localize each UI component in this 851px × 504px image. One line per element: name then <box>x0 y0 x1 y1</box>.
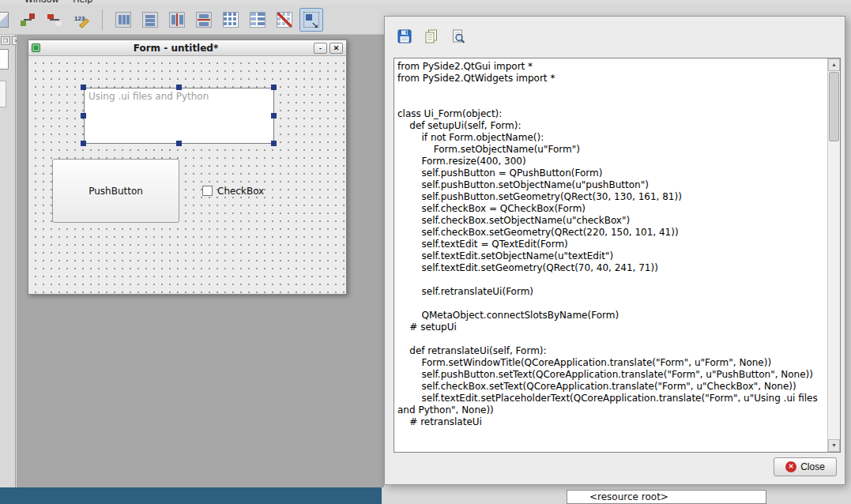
selection-handle-sw[interactable] <box>81 141 86 146</box>
layout-split-vertical-icon <box>196 12 212 28</box>
dock-float-button[interactable]: ❐ <box>1 36 10 45</box>
save-button[interactable] <box>394 26 415 47</box>
layout-horizontal-icon <box>115 12 131 28</box>
scroll-down-icon[interactable]: ▼ <box>828 439 840 452</box>
layout-grid-icon <box>223 12 239 28</box>
pushbutton-widget[interactable]: PushButton <box>52 159 179 223</box>
widget-filter-input[interactable] <box>0 49 9 70</box>
checkbox-label: CheckBox <box>217 186 264 197</box>
mdi-area: Form - untitled* - ✕ Using .ui files and… <box>17 35 384 487</box>
selection-handle-ne[interactable] <box>271 85 277 90</box>
textedit-placeholder: Using .ui files and Python <box>88 91 209 102</box>
copy-icon <box>424 28 439 44</box>
form-canvas: Using .ui files and Python PushButton Ch… <box>28 56 346 294</box>
layout-grid-button[interactable] <box>219 8 243 32</box>
form-window-titlebar[interactable]: Form - untitled* - ✕ <box>28 40 346 56</box>
scrollbar-thumb[interactable] <box>829 72 839 141</box>
adjust-size-button[interactable] <box>299 8 323 32</box>
form-designer-window: Form - untitled* - ✕ Using .ui files and… <box>28 39 347 295</box>
resource-browser-panel: <resource root> <box>567 490 766 504</box>
form-window-title: Form - untitled* <box>40 43 311 54</box>
edit-widgets-icon <box>0 12 9 28</box>
copy-button[interactable] <box>421 26 442 47</box>
qt-designer-window: Window Help ❐ ✕ Form - untitled* - ✕ Usi… <box>0 0 851 504</box>
break-layout-icon <box>277 12 292 28</box>
textedit-widget[interactable]: Using .ui files and Python <box>84 88 274 144</box>
selection-handle-w[interactable] <box>81 113 86 118</box>
selection-handle-s[interactable] <box>176 141 182 146</box>
close-circle-icon: ✕ <box>785 461 796 472</box>
adjust-size-icon <box>303 12 319 28</box>
layout-form-icon <box>250 12 265 28</box>
selection-handle-nw[interactable] <box>81 85 86 90</box>
code-vertical-scrollbar[interactable]: ▲ ▼ <box>827 58 840 452</box>
layout-form-button[interactable] <box>246 8 269 32</box>
edit-signals-slots-icon <box>20 12 36 28</box>
layout-vertical-icon <box>142 12 158 28</box>
save-icon <box>397 28 412 44</box>
edit-tab-order-icon <box>73 12 89 28</box>
close-dialog-button[interactable]: ✕ Close <box>774 457 837 476</box>
layout-split-horizontal-icon <box>169 12 185 28</box>
find-icon <box>450 28 466 44</box>
selection-handle-se[interactable] <box>271 141 277 146</box>
break-layout-button[interactable] <box>273 8 296 32</box>
edit-buddies-button[interactable] <box>43 8 66 32</box>
edit-signals-slots-button[interactable] <box>16 8 40 32</box>
checkbox-widget[interactable]: CheckBox <box>202 175 282 207</box>
code-preview-dialog: from PySide2.QtGui import * from PySide2… <box>384 16 845 485</box>
edit-widgets-button[interactable] <box>0 8 13 32</box>
widget-box-item[interactable] <box>0 81 6 107</box>
code-text[interactable]: from PySide2.QtGui import * from PySide2… <box>394 58 828 451</box>
main-toolbar <box>0 5 384 35</box>
layout-split-vertical-button[interactable] <box>192 8 216 32</box>
minimize-button[interactable]: - <box>314 43 327 54</box>
toolbar-separator <box>102 9 103 30</box>
form-window-icon <box>32 43 40 52</box>
close-dialog-label: Close <box>800 461 825 472</box>
checkbox-indicator <box>202 186 213 196</box>
dialog-toolbar <box>394 26 469 47</box>
resource-root-item[interactable]: <resource root> <box>567 491 766 502</box>
edit-tab-order-button[interactable] <box>70 8 93 32</box>
layout-split-horizontal-button[interactable] <box>165 8 189 32</box>
selection-handle-e[interactable] <box>271 113 277 118</box>
layout-vertical-button[interactable] <box>138 8 162 32</box>
selection-handle-n[interactable] <box>176 85 182 90</box>
widget-box-dock: ❐ ✕ <box>0 35 16 487</box>
code-editor: from PySide2.QtGui import * from PySide2… <box>393 58 841 453</box>
close-button[interactable]: ✕ <box>329 43 343 54</box>
find-button[interactable] <box>448 26 469 47</box>
background-window-strip <box>0 487 382 504</box>
layout-horizontal-button[interactable] <box>111 8 135 32</box>
edit-buddies-icon <box>47 12 62 28</box>
scroll-up-icon[interactable]: ▲ <box>828 58 840 71</box>
